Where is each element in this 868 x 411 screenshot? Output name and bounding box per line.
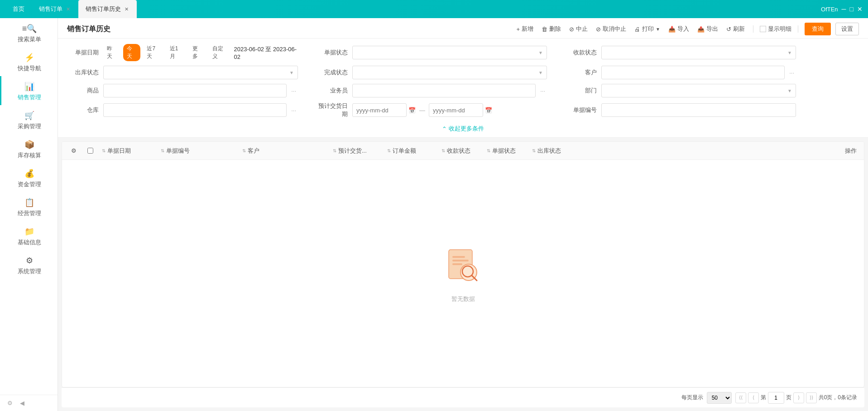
- cancel-stop-icon: ⊘: [596, 26, 601, 33]
- order-no-input[interactable]: [601, 103, 796, 117]
- expected-date-label: 预计交货日期: [316, 102, 352, 118]
- prev-page-button[interactable]: ⟨: [748, 392, 759, 403]
- stop-button[interactable]: ⊘ 中止: [567, 24, 590, 34]
- table-header: ⚙ ⇅ 单据日期 ⇅ 单据编号 ⇅ 客户 ⇅: [62, 142, 864, 160]
- sidebar-collapse-icon[interactable]: ◀: [20, 400, 24, 406]
- stop-icon: ⊘: [569, 26, 574, 33]
- export-button[interactable]: 📤 导出: [695, 24, 720, 34]
- sidebar-item-sales-mgmt[interactable]: 📊 销售管理: [0, 76, 58, 105]
- refresh-button[interactable]: ↺ 刷新: [724, 24, 747, 34]
- purchase-mgmt-icon: 🛒: [24, 111, 34, 121]
- order-status-select[interactable]: ▼: [352, 46, 547, 59]
- calendar-from-icon[interactable]: 📅: [408, 107, 416, 114]
- th-amount[interactable]: ⇅ 订单金额: [384, 147, 438, 155]
- delete-button[interactable]: 🗑 删除: [540, 24, 563, 34]
- customer-filter: ···: [601, 66, 796, 79]
- tab-close-sales-order[interactable]: ✕: [65, 5, 71, 13]
- sidebar-item-sys-mgmt[interactable]: ⚙ 系统管理: [0, 250, 58, 279]
- sidebar-item-finance[interactable]: 💰 资金管理: [0, 163, 58, 192]
- sidebar-item-operations[interactable]: 📋 经营管理: [0, 192, 58, 221]
- sidebar-item-search-menu[interactable]: ≡🔍 搜索菜单: [0, 18, 58, 47]
- sidebar-item-basic-info[interactable]: 📁 基础信息: [0, 221, 58, 250]
- cancel-stop-button[interactable]: ⊘ 取消中止: [594, 24, 628, 34]
- out-status-filter: ▼: [103, 66, 298, 79]
- th-no[interactable]: ⇅ 单据编号: [157, 147, 239, 155]
- maximize-icon[interactable]: □: [850, 5, 854, 13]
- date-filter-value: 昨天 今天 近7天 近1月 更多 自定义 2023-06-02 至 2023-0…: [103, 44, 298, 61]
- tab-sales-order[interactable]: 销售订单 ✕: [32, 0, 78, 18]
- import-button[interactable]: 📥 导入: [667, 24, 691, 34]
- new-button[interactable]: + 新增: [515, 24, 536, 34]
- th-date[interactable]: ⇅ 单据日期: [98, 147, 157, 155]
- out-status-dropdown-icon: ▼: [289, 70, 294, 75]
- department-select[interactable]: ▼: [601, 84, 796, 97]
- expected-date-to[interactable]: [429, 103, 483, 117]
- sidebar-settings-icon[interactable]: ⚙: [7, 400, 13, 406]
- date-tag-yesterday[interactable]: 昨天: [103, 44, 120, 61]
- product-dots-btn[interactable]: ···: [289, 87, 298, 94]
- th-pay-status[interactable]: ⇅ 收款状态: [438, 147, 483, 155]
- settings-icon: ⚙: [71, 147, 77, 154]
- complete-status-select[interactable]: ▼: [352, 66, 547, 79]
- th-check[interactable]: [82, 148, 98, 154]
- tab-sales-order-history[interactable]: 销售订单历史 ✕: [78, 0, 137, 18]
- first-page-button[interactable]: ⟨⟨: [735, 392, 746, 403]
- export-icon: 📤: [697, 26, 705, 33]
- sidebar-item-purchase-mgmt[interactable]: 🛒 采购管理: [0, 105, 58, 134]
- date-tag-today[interactable]: 今天: [123, 44, 140, 61]
- pay-status-label: 收款状态: [565, 48, 601, 57]
- inventory-icon: 📦: [24, 140, 34, 150]
- warehouse-input[interactable]: [103, 103, 287, 117]
- page-size-select[interactable]: 20 50 100: [707, 392, 732, 404]
- pay-status-select[interactable]: ▼: [601, 46, 796, 59]
- product-filter: ···: [103, 84, 298, 97]
- sort-icon-no: ⇅: [161, 148, 164, 153]
- pay-status-dropdown-icon: ▼: [787, 50, 792, 55]
- pay-status-filter: ▼: [601, 46, 796, 59]
- next-page-button[interactable]: ⟩: [793, 392, 804, 403]
- select-all-checkbox[interactable]: [87, 148, 93, 154]
- date-tag-custom[interactable]: 自定义: [209, 44, 231, 61]
- print-button[interactable]: 🖨 打印 ▼: [633, 24, 662, 34]
- sort-icon-pay: ⇅: [441, 148, 445, 153]
- query-button[interactable]: 查询: [805, 23, 831, 35]
- warehouse-dots-btn[interactable]: ···: [289, 107, 298, 114]
- date-tag-1month[interactable]: 近1月: [166, 44, 186, 61]
- minimize-icon[interactable]: ─: [842, 5, 846, 13]
- show-details-checkbox[interactable]: 显示明细: [760, 25, 791, 33]
- collapse-button[interactable]: ⌃ 收起更多条件: [67, 123, 859, 135]
- th-customer[interactable]: ⇅ 客户: [239, 147, 329, 155]
- settings-button[interactable]: 设置: [835, 23, 859, 35]
- last-page-button[interactable]: ⟩⟩: [806, 392, 817, 403]
- date-tag-more[interactable]: 更多: [189, 44, 206, 61]
- expected-date-from[interactable]: [352, 103, 407, 117]
- th-order-status[interactable]: ⇅ 单据状态: [483, 147, 528, 155]
- th-settings[interactable]: ⚙: [66, 147, 82, 154]
- salesperson-input[interactable]: [352, 84, 536, 97]
- tab-home[interactable]: 首页: [5, 0, 32, 18]
- salesperson-dots-btn[interactable]: ···: [538, 87, 547, 94]
- product-input[interactable]: [103, 84, 287, 97]
- page-number-input[interactable]: [768, 392, 784, 404]
- th-out-status[interactable]: ⇅ 出库状态: [528, 147, 583, 155]
- sales-mgmt-icon: 📊: [24, 82, 34, 92]
- order-status-filter: ▼: [352, 46, 547, 59]
- tab-close-history[interactable]: ✕: [124, 5, 129, 13]
- content-area: 销售订单历史 + 新增 🗑 删除 ⊘ 中止 ⊘ 取消中止: [58, 18, 868, 411]
- sort-icon: ⇅: [102, 148, 106, 153]
- sort-icon-amount: ⇅: [387, 148, 391, 153]
- date-tag-7days[interactable]: 近7天: [143, 44, 163, 61]
- sidebar-bottom: ⚙ ◀: [0, 395, 58, 411]
- sidebar-item-quick-nav[interactable]: ⚡ 快捷导航: [0, 47, 58, 76]
- show-details-checkbox-box[interactable]: [760, 26, 766, 32]
- out-status-select[interactable]: ▼: [103, 66, 298, 79]
- page-size-label: 每页显示: [681, 394, 703, 401]
- close-icon[interactable]: ✕: [857, 5, 863, 13]
- top-bar-right: OfTEn ─ □ ✕: [821, 5, 863, 13]
- page-label-text: 第: [761, 394, 766, 401]
- sidebar-item-inventory[interactable]: 📦 库存核算: [0, 134, 58, 163]
- customer-input[interactable]: [601, 66, 785, 79]
- th-delivery[interactable]: ⇅ 预计交货...: [329, 147, 384, 155]
- customer-dots-btn[interactable]: ···: [787, 69, 796, 76]
- calendar-to-icon[interactable]: 📅: [485, 107, 492, 114]
